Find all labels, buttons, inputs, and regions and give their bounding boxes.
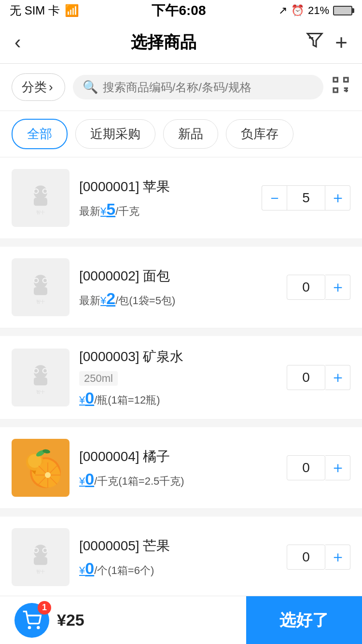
carrier-text: 无 SIM 卡 — [10, 3, 60, 18]
svg-text:智十: 智十 — [36, 299, 45, 304]
quantity-control: ＋ — [287, 365, 350, 390]
product-price: 最新 ¥ 5 /千克 — [79, 200, 252, 219]
category-label: 分类 — [22, 79, 47, 96]
price-number: 0 — [85, 470, 94, 489]
product-name: [0000005] 芒果 — [79, 537, 277, 555]
quantity-input[interactable] — [287, 545, 325, 570]
price-label: 最新 — [79, 294, 100, 308]
svg-point-57 — [28, 627, 30, 628]
quantity-control: ＋ — [287, 545, 350, 570]
svg-point-25 — [34, 369, 38, 373]
quantity-input[interactable] — [287, 455, 325, 480]
tabs-bar: 全部 近期采购 新品 负库存 — [0, 111, 362, 157]
product-info: [0000004] 橘子 ¥ 0 /千克(1箱=2.5千克) — [79, 448, 277, 489]
product-item: [0000004] 橘子 ¥ 0 /千克(1箱=2.5千克) ＋ — [0, 427, 362, 509]
quantity-decrease-button[interactable]: － — [262, 185, 287, 210]
svg-rect-47 — [34, 557, 47, 565]
product-price: ¥ 0 /瓶(1箱=12瓶) — [79, 389, 277, 407]
back-button[interactable]: ‹ — [14, 31, 21, 53]
price-unit: /千克 — [115, 204, 139, 219]
quantity-input[interactable] — [287, 185, 325, 210]
product-price: ¥ 0 /个(1箱=6个) — [79, 559, 277, 578]
product-name: [0000002] 面包 — [79, 267, 277, 285]
alarm-icon: ⏰ — [291, 4, 304, 17]
svg-point-18 — [34, 279, 38, 282]
svg-rect-20 — [34, 287, 47, 295]
price-number: 5 — [106, 200, 115, 219]
svg-point-19 — [43, 279, 47, 282]
quantity-increase-button[interactable]: ＋ — [325, 185, 350, 210]
product-info: [0000001] 苹果 最新 ¥ 5 /千克 — [79, 178, 252, 219]
price-unit: /千克(1箱=2.5千克) — [94, 474, 184, 489]
price-yuan: ¥ — [79, 564, 85, 577]
product-item: 智十 [0000002] 面包 最新 ¥ 2 /包(1袋=5包) ＋ — [0, 247, 362, 328]
quantity-control: － ＋ — [262, 185, 350, 210]
product-name: [0000004] 橘子 — [79, 448, 277, 466]
svg-rect-27 — [34, 378, 47, 385]
cart-total: ¥25 — [57, 611, 84, 630]
product-thumbnail: 智十 — [12, 528, 70, 586]
svg-point-26 — [43, 369, 47, 373]
wifi-icon: 📶 — [65, 4, 79, 17]
quantity-input[interactable] — [287, 275, 325, 300]
add-icon[interactable]: + — [335, 30, 348, 55]
status-right: ↗ ⏰ 21% — [278, 4, 352, 17]
svg-point-12 — [43, 190, 47, 193]
price-yuan: ¥ — [79, 475, 85, 488]
search-input[interactable] — [103, 81, 314, 94]
price-unit: /瓶(1箱=12瓶) — [94, 393, 160, 407]
tab-negative-stock[interactable]: 负库存 — [226, 119, 293, 149]
quantity-increase-button[interactable]: ＋ — [325, 275, 350, 300]
tab-all[interactable]: 全部 — [12, 119, 68, 149]
price-yuan: ¥ — [79, 394, 85, 406]
product-thumbnail: 智十 — [12, 258, 70, 316]
cart-badge: 1 — [38, 601, 51, 615]
svg-text:智十: 智十 — [36, 390, 45, 394]
quantity-increase-button[interactable]: ＋ — [325, 545, 350, 570]
price-number: 2 — [106, 289, 115, 308]
svg-rect-13 — [34, 198, 47, 206]
svg-point-45 — [34, 549, 38, 552]
time-display: 下午6:08 — [152, 1, 206, 20]
quantity-increase-button[interactable]: ＋ — [325, 455, 350, 480]
svg-text:智十: 智十 — [36, 210, 45, 215]
svg-point-58 — [38, 627, 39, 628]
svg-rect-4 — [334, 88, 337, 92]
scan-icon[interactable] — [331, 75, 350, 99]
product-thumbnail — [12, 439, 70, 497]
filter-icon[interactable] — [306, 31, 323, 53]
quantity-input[interactable] — [287, 365, 325, 390]
product-thumbnail: 智十 — [12, 349, 70, 406]
category-chevron-icon: › — [49, 80, 53, 95]
quantity-control: ＋ — [287, 275, 350, 300]
battery-icon — [333, 6, 352, 15]
filter-bar: 分类 › 🔍 — [0, 64, 362, 111]
product-thumbnail: 智十 — [12, 169, 70, 227]
cart-button[interactable]: 1 — [14, 603, 49, 638]
status-bar: 无 SIM 卡 📶 下午6:08 ↗ ⏰ 21% — [0, 0, 362, 21]
svg-point-11 — [34, 190, 38, 193]
price-number: 0 — [85, 389, 94, 407]
cart-section: 1 ¥25 — [0, 603, 246, 638]
product-price: 最新 ¥ 2 /包(1袋=5包) — [79, 289, 277, 308]
quantity-increase-button[interactable]: ＋ — [325, 365, 350, 390]
product-info: [0000002] 面包 最新 ¥ 2 /包(1袋=5包) — [79, 267, 277, 308]
category-button[interactable]: 分类 › — [12, 73, 65, 101]
search-icon: 🔍 — [83, 80, 98, 95]
bottom-bar: 1 ¥25 选好了 — [0, 596, 362, 644]
nav-bar: ‹ 选择商品 + — [0, 21, 362, 64]
quantity-control: ＋ — [287, 455, 350, 480]
product-info: [0000003] 矿泉水 250ml ¥ 0 /瓶(1箱=12瓶) — [79, 348, 277, 407]
product-list: 智十 [0000001] 苹果 最新 ¥ 5 /千克 － ＋ — [0, 157, 362, 644]
battery-percent: 21% — [308, 4, 329, 17]
status-left: 无 SIM 卡 📶 — [10, 3, 79, 18]
price-unit: /包(1袋=5包) — [115, 294, 175, 308]
tab-recent[interactable]: 近期采购 — [75, 119, 155, 149]
product-name: [0000003] 矿泉水 — [79, 348, 277, 366]
tab-new[interactable]: 新品 — [163, 119, 218, 149]
svg-point-41 — [45, 472, 51, 478]
confirm-button[interactable]: 选好了 — [246, 596, 362, 644]
price-yuan: ¥ — [100, 205, 106, 218]
product-item: 智十 [0000005] 芒果 ¥ 0 /个(1箱=6个) ＋ — [0, 517, 362, 598]
product-item: 智十 [0000003] 矿泉水 250ml ¥ 0 /瓶(1箱=12瓶) ＋ — [0, 336, 362, 420]
